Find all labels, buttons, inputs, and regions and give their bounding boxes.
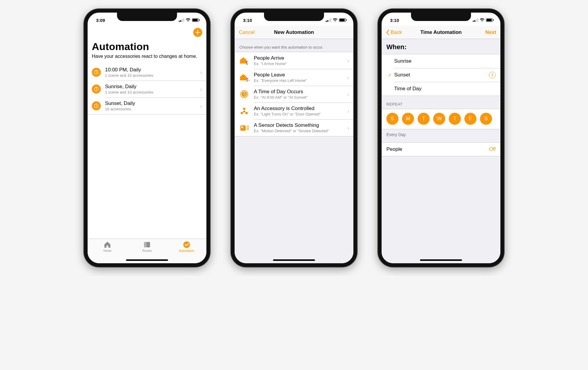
svg-rect-18 (340, 19, 345, 21)
notch (117, 13, 177, 21)
chevron-right-icon: › (347, 91, 349, 98)
page-title: Automation (92, 41, 202, 52)
svg-rect-16 (330, 18, 331, 22)
svg-rect-1 (180, 20, 181, 22)
trigger-title: An Accessory is Controlled (254, 106, 345, 112)
chevron-right-icon: › (200, 103, 202, 109)
wifi-icon (186, 18, 190, 22)
repeat-heading: REPEAT (382, 96, 500, 109)
automation-sub: 10 accessories (105, 107, 198, 111)
chevron-right-icon: › (200, 86, 202, 93)
svg-point-26 (245, 112, 248, 114)
option-label: Sunset (394, 72, 489, 78)
chevron-right-icon: › (347, 57, 349, 64)
status-time: 3:10 (243, 18, 252, 23)
repeat-summary: Every Day (382, 129, 500, 142)
trigger-accessory[interactable]: An Accessory is Controlled Ex. "Light Tu… (235, 103, 353, 119)
repeat-day-sun[interactable]: S (386, 113, 398, 125)
automation-row[interactable]: Sunrise, Daily 1 scene and 10 accessorie… (88, 81, 206, 97)
trigger-title: A Time of Day Occurs (254, 89, 345, 95)
svg-rect-32 (477, 18, 478, 22)
svg-rect-15 (329, 19, 330, 22)
status-time: 3:09 (96, 18, 105, 23)
svg-point-24 (243, 108, 245, 110)
trigger-people-arrive[interactable]: People Arrive Ex. "I Arrive Home" › (235, 52, 353, 69)
automation-sub: 1 scene and 10 accessories (105, 73, 198, 78)
phone-automation-list: 3:09 Automation Have your accessories re… (84, 9, 210, 267)
automation-title: Sunrise, Daily (105, 84, 198, 90)
svg-rect-19 (346, 19, 347, 21)
phone-time-automation: 3:10 Back Time Automation Next When: Sun… (378, 9, 504, 267)
option-label: Sunrise (394, 58, 496, 64)
option-label: Time of Day (394, 86, 496, 92)
check-icon: ✓ (386, 72, 393, 78)
trigger-sub: Ex. "Motion Detected" or "Smoke Detected… (254, 129, 345, 133)
when-heading: When: (382, 39, 500, 54)
back-button[interactable]: Back (386, 29, 402, 35)
status-time: 3:10 (390, 18, 399, 23)
trigger-title: People Arrive (254, 55, 345, 61)
automation-row[interactable]: Sunset, Daily 10 accessories › (88, 97, 206, 114)
when-option-sunset[interactable]: ✓ Sunset i (382, 68, 500, 82)
page-subtitle: Have your accessories react to changes a… (92, 54, 200, 59)
info-icon[interactable]: i (489, 72, 496, 78)
svg-rect-5 (193, 19, 198, 21)
clock-icon (239, 89, 250, 100)
when-option-time-of-day[interactable]: Time of Day (382, 82, 500, 96)
content: Choose when you want this automation to … (235, 39, 353, 263)
tab-label: Rooms (142, 249, 152, 252)
tab-automation[interactable]: Automation (167, 241, 206, 263)
svg-rect-0 (179, 21, 180, 22)
notch (264, 13, 324, 21)
chevron-left-icon (386, 29, 389, 35)
add-automation-button[interactable] (193, 28, 202, 37)
cancel-button[interactable]: Cancel (239, 29, 255, 35)
svg-rect-34 (487, 19, 492, 21)
chevron-right-icon: › (347, 74, 349, 81)
repeat-day-sat[interactable]: S (480, 113, 492, 125)
home-indicator[interactable] (420, 259, 462, 261)
people-row[interactable]: People Off (382, 142, 500, 156)
back-label: Back (391, 29, 402, 35)
automation-title: Sunset, Daily (105, 100, 198, 106)
svg-rect-31 (476, 19, 477, 22)
automation-sub: 1 scene and 10 accessories (105, 90, 198, 94)
home-indicator[interactable] (273, 259, 315, 261)
next-button[interactable]: Next (485, 29, 496, 35)
trigger-time-of-day[interactable]: A Time of Day Occurs Ex. "At 8:00 AM" or… (235, 86, 353, 103)
home-indicator[interactable] (126, 259, 168, 261)
when-option-sunrise[interactable]: Sunrise (382, 54, 500, 68)
trigger-sub: Ex. "Everyone Has Left Home" (254, 78, 345, 83)
repeat-day-wed[interactable]: W (433, 113, 445, 125)
svg-point-25 (241, 112, 243, 114)
repeat-day-fri[interactable]: F (464, 113, 476, 125)
repeat-day-thu[interactable]: T (449, 113, 461, 125)
automation-icon (182, 241, 191, 249)
tab-label: Automation (179, 249, 194, 252)
clock-icon (92, 68, 101, 77)
svg-point-20 (246, 61, 248, 62)
trigger-title: A Sensor Detects Something (254, 122, 345, 128)
repeat-day-mon[interactable]: M (402, 113, 414, 125)
content: Automation Have your accessories react t… (88, 39, 206, 239)
nav-bar (88, 26, 206, 39)
trigger-sub: Ex. "I Arrive Home" (254, 61, 345, 66)
repeat-day-tue[interactable]: T (418, 113, 430, 125)
people-label: People (386, 146, 402, 152)
nav-bar: Back Time Automation Next (382, 26, 500, 39)
home-arrive-icon (239, 55, 250, 66)
svg-rect-6 (199, 19, 200, 21)
svg-rect-3 (183, 18, 184, 22)
clock-icon (92, 101, 101, 110)
content: When: Sunrise ✓ Sunset i Time of Day REP… (382, 39, 500, 263)
automation-row[interactable]: 10:00 PM, Daily 1 scene and 10 accessori… (88, 64, 206, 81)
trigger-people-leave[interactable]: People Leave Ex. "Everyone Has Left Home… (235, 69, 353, 86)
battery-icon (486, 18, 494, 22)
tab-home[interactable]: Home (88, 241, 127, 263)
svg-point-21 (247, 78, 248, 79)
trigger-sensor[interactable]: A Sensor Detects Something Ex. "Motion D… (235, 119, 353, 136)
svg-rect-13 (326, 21, 327, 22)
chevron-right-icon: › (347, 108, 349, 115)
automation-title: 10:00 PM, Daily (105, 67, 198, 73)
clock-icon (92, 85, 101, 94)
